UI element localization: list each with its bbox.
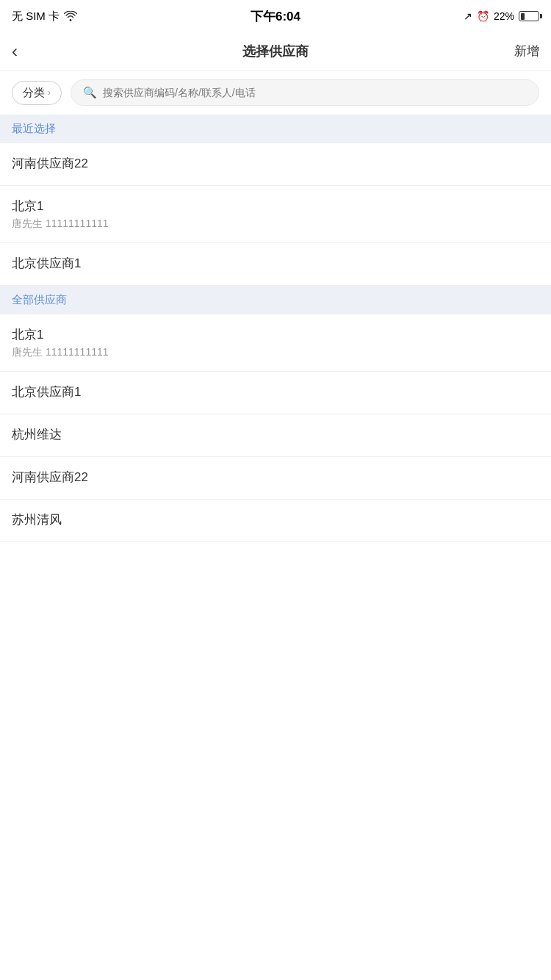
recent-section-header: 最近选择 — [0, 115, 551, 143]
status-left: 无 SIM 卡 — [12, 10, 77, 24]
recent-section-label: 最近选择 — [12, 122, 56, 134]
status-bar: 无 SIM 卡 下午6:04 ↗ ⏰ 22% — [0, 0, 551, 32]
item-name: 苏州清风 — [12, 511, 539, 528]
all-section-label: 全部供应商 — [12, 293, 67, 306]
battery-percent: 22% — [494, 10, 514, 22]
item-name: 北京供应商1 — [12, 255, 539, 272]
list-item[interactable]: 北京供应商1 — [0, 243, 551, 286]
item-name: 北京1 — [12, 198, 539, 215]
search-icon: 🔍 — [83, 86, 97, 99]
item-name: 河南供应商22 — [12, 155, 539, 172]
battery-icon — [519, 11, 539, 21]
status-time: 下午6:04 — [251, 8, 300, 25]
category-label: 分类 — [23, 86, 45, 100]
list-item[interactable]: 北京1唐先生 11111111111 — [0, 186, 551, 243]
sim-label: 无 SIM 卡 — [12, 10, 60, 24]
location-icon: ↗ — [464, 10, 472, 22]
category-button[interactable]: 分类 › — [12, 81, 62, 105]
all-list: 北京1唐先生 11111111111北京供应商1杭州维达河南供应商22苏州清风 — [0, 314, 551, 542]
list-item[interactable]: 杭州维达 — [0, 414, 551, 457]
list-item[interactable]: 北京供应商1 — [0, 372, 551, 414]
list-item[interactable]: 河南供应商22 — [0, 457, 551, 500]
item-name: 杭州维达 — [12, 426, 539, 443]
alarm-icon: ⏰ — [477, 10, 489, 22]
search-input[interactable] — [103, 87, 527, 98]
status-right: ↗ ⏰ 22% — [464, 10, 539, 22]
list-item[interactable]: 苏州清风 — [0, 500, 551, 542]
item-name: 北京供应商1 — [12, 383, 539, 400]
item-name: 北京1 — [12, 326, 539, 343]
add-button[interactable]: 新增 — [514, 43, 539, 60]
item-name: 河南供应商22 — [12, 469, 539, 486]
list-item[interactable]: 河南供应商22 — [0, 143, 551, 186]
filter-bar: 分类 › 🔍 — [0, 71, 551, 115]
nav-bar: ‹ 选择供应商 新增 — [0, 32, 551, 71]
search-bar: 🔍 — [71, 79, 539, 106]
list-item[interactable]: 北京1唐先生 11111111111 — [0, 314, 551, 372]
recent-list: 河南供应商22北京1唐先生 11111111111北京供应商1 — [0, 143, 551, 286]
page-title: 选择供应商 — [242, 43, 309, 60]
wifi-icon — [64, 11, 77, 21]
chevron-right-icon: › — [48, 87, 51, 98]
item-sub: 唐先生 11111111111 — [12, 217, 539, 231]
back-button[interactable]: ‹ — [12, 41, 41, 62]
item-sub: 唐先生 11111111111 — [12, 346, 539, 359]
all-section-header: 全部供应商 — [0, 286, 551, 314]
battery-fill — [521, 13, 525, 20]
